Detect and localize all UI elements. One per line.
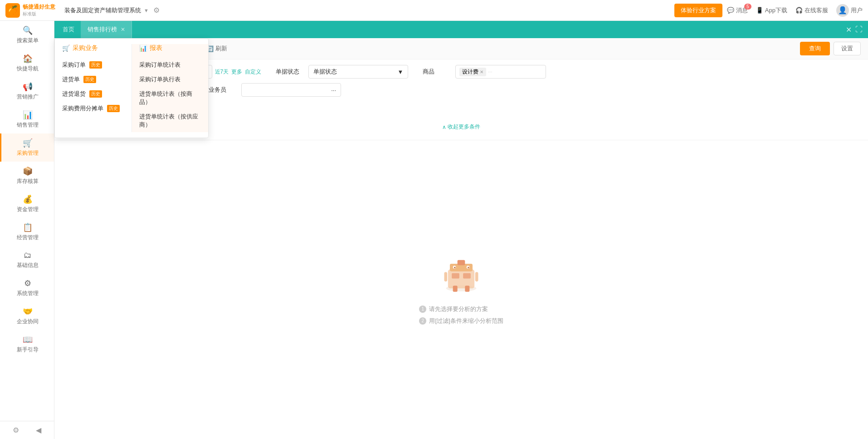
logo-area: 🍊 畅捷通好生意 标准版: [5, 3, 60, 18]
sidebar-item-system-label: 系统管理: [17, 290, 39, 297]
sidebar-item-search-label: 搜索菜单: [17, 37, 39, 44]
empty-state: 1 请先选择要分析的方案 2 用[过滤]条件来缩小分析范围: [54, 140, 868, 439]
tab-sales-rank[interactable]: 销售排行榜 ✕: [81, 21, 132, 38]
dropdown-item-report-2[interactable]: 进货单统计表（按商品）: [139, 87, 201, 109]
tab-close-icon[interactable]: ✕: [121, 26, 125, 33]
salesperson-label: 业务员: [209, 86, 236, 94]
sales-icon: 📊: [23, 110, 33, 120]
salesperson-arrow: ···: [331, 87, 336, 94]
user-item[interactable]: 👤 用户: [836, 4, 863, 17]
sidebar-item-marketing[interactable]: 📢 营销推广: [0, 77, 54, 105]
date-quick-more[interactable]: 更多: [231, 68, 242, 76]
svg-rect-2: [452, 273, 459, 279]
sidebar-item-system[interactable]: ⚙ 系统管理: [0, 274, 54, 302]
sidebar-item-enterprise[interactable]: 🤝 企业协同: [0, 302, 54, 330]
product-tag-close[interactable]: ✕: [480, 69, 483, 74]
logo-icon: 🍊: [5, 3, 20, 18]
sidebar-item-search[interactable]: 🔍 搜索菜单: [0, 21, 54, 49]
action-btns: 查询 设置: [800, 42, 861, 55]
report-col: 📊 报表 采购订单统计表 采购订单执行表 进货单统计表（按商品） 进货单统计表（…: [132, 44, 209, 132]
industry-btn[interactable]: 体验行业方案: [674, 4, 722, 17]
sidebar-item-purchase[interactable]: 🛒 采购管理: [0, 133, 54, 162]
svg-rect-12: [453, 286, 458, 291]
sidebar-item-guide[interactable]: 📖 新手引导: [0, 330, 54, 358]
tab-maximize-icon[interactable]: ⛶: [855, 25, 863, 34]
dropdown-item-report-0[interactable]: 采购订单统计表: [139, 58, 201, 72]
sidebar-item-quick-label: 快捷导航: [17, 65, 39, 73]
purchase-icon: 🛒: [23, 138, 33, 148]
top-right-area: 💬 消息 5 📱 App下载 🎧 在线客服 👤 用户: [727, 4, 863, 17]
report-col-icon: 📊: [139, 44, 147, 52]
notification-badge: 5: [744, 4, 751, 10]
settings-btn[interactable]: 设置: [834, 42, 861, 55]
system-settings-icon[interactable]: ⚙: [153, 6, 160, 15]
svg-rect-11: [475, 272, 478, 281]
query-btn[interactable]: 查询: [800, 42, 830, 55]
inventory-icon: 📦: [23, 166, 33, 176]
phone-icon: 📱: [756, 7, 763, 14]
step-num-1: 1: [419, 306, 426, 313]
purchase-dropdown-menu: 🛒 采购业务 采购订单 历史 进货单 历史 进货退货 历史 采购费用分摊单: [54, 38, 209, 138]
history-badge-2: 历史: [89, 90, 102, 98]
doc-status-value: 单据状态: [313, 68, 337, 76]
dropdown-item-report-1[interactable]: 采购订单执行表: [139, 72, 201, 87]
tab-bar: 首页 销售排行榜 ✕ ✕ ⛶: [54, 21, 868, 38]
collapse-icon: ∧: [442, 124, 446, 130]
sidebar-item-finance-label: 资金管理: [17, 206, 39, 213]
product-label: 商品: [423, 68, 450, 76]
purchase-col-icon: 🛒: [62, 44, 70, 52]
dropdown-item-purchase-order[interactable]: 采购订单 历史: [62, 58, 124, 72]
dropdown-item-report-3[interactable]: 进货单统计表（按供应商）: [139, 109, 201, 132]
online-service-item[interactable]: 🎧 在线客服: [795, 6, 828, 15]
collapse-sidebar-icon[interactable]: ◀: [36, 426, 41, 434]
doc-status-select[interactable]: 单据状态 ▼: [308, 65, 408, 79]
purchase-col-title: 🛒 采购业务: [62, 44, 124, 53]
doc-status-label: 单据状态: [276, 68, 303, 76]
sidebar-item-operation[interactable]: 📋 经营管理: [0, 218, 54, 246]
product-tag-input[interactable]: 设计费 ✕ ···: [455, 65, 546, 79]
history-badge-1: 历史: [83, 76, 96, 83]
report-col-title: 📊 报表: [139, 44, 201, 53]
doc-status-arrow: ▼: [397, 69, 403, 75]
empty-step-2: 2 用[过滤]条件来缩小分析范围: [419, 315, 503, 327]
dropdown-item-expense[interactable]: 采购费用分摊单 历史: [62, 101, 124, 116]
dropdown-item-inbound[interactable]: 进货单 历史: [62, 72, 124, 87]
notification-item[interactable]: 💬 消息 5: [727, 6, 748, 15]
product-tag: 设计费 ✕: [459, 68, 486, 76]
dropdown-overlay: 🛒 采购业务 采购订单 历史 进货单 历史 进货退货 历史 采购费用分摊单: [54, 38, 209, 138]
dropdown-item-return[interactable]: 进货退货 历史: [62, 87, 124, 101]
salesperson-select[interactable]: ···: [241, 83, 341, 97]
home-icon: 🏠: [23, 54, 33, 64]
sidebar-item-finance[interactable]: 💰 资金管理: [0, 190, 54, 218]
svg-rect-1: [448, 270, 474, 289]
guide-icon: 📖: [23, 335, 33, 345]
top-bar: 🍊 畅捷通好生意 标准版 装备及固定资产辅助管理系统 ▼ ⚙ 体验行业方案 💬 …: [0, 0, 868, 21]
history-badge-3: 历史: [107, 105, 120, 112]
sidebar-item-sales[interactable]: 📊 销售管理: [0, 105, 54, 133]
product-tag-value: 设计费: [462, 68, 478, 76]
headset-icon: 🎧: [795, 7, 803, 14]
svg-rect-10: [444, 272, 448, 281]
sidebar-item-basic[interactable]: 🗂 基础信息: [0, 246, 54, 274]
operation-icon: 📋: [23, 222, 33, 232]
date-quick-custom[interactable]: 自定义: [245, 68, 261, 76]
tab-home[interactable]: 首页: [56, 21, 81, 38]
sidebar-item-inventory[interactable]: 📦 库存核算: [0, 162, 54, 190]
empty-step-1: 1 请先选择要分析的方案: [419, 303, 503, 315]
date-quick-7days[interactable]: 近7天: [215, 68, 229, 76]
sidebar-item-marketing-label: 营销推广: [17, 93, 39, 101]
collapse-btn[interactable]: ∧ 收起更多条件: [442, 121, 480, 133]
app-download-item[interactable]: 📱 App下载: [756, 6, 787, 15]
sidebar-bottom: ⚙ ◀: [0, 421, 54, 439]
tab-home-label: 首页: [63, 25, 74, 34]
title-dropdown-arrow[interactable]: ▼: [144, 8, 149, 13]
tab-close-window-icon[interactable]: ✕: [846, 25, 852, 34]
history-badge-0: 历史: [89, 61, 102, 69]
search-icon: 🔍: [23, 25, 33, 35]
sidebar-item-operation-label: 经营管理: [17, 234, 39, 242]
sidebar-item-guide-label: 新手引导: [17, 346, 39, 354]
sidebar-item-quick[interactable]: 🏠 快捷导航: [0, 49, 54, 77]
svg-rect-5: [458, 260, 465, 266]
settings-bottom-icon[interactable]: ⚙: [13, 426, 19, 434]
svg-rect-13: [465, 286, 469, 291]
